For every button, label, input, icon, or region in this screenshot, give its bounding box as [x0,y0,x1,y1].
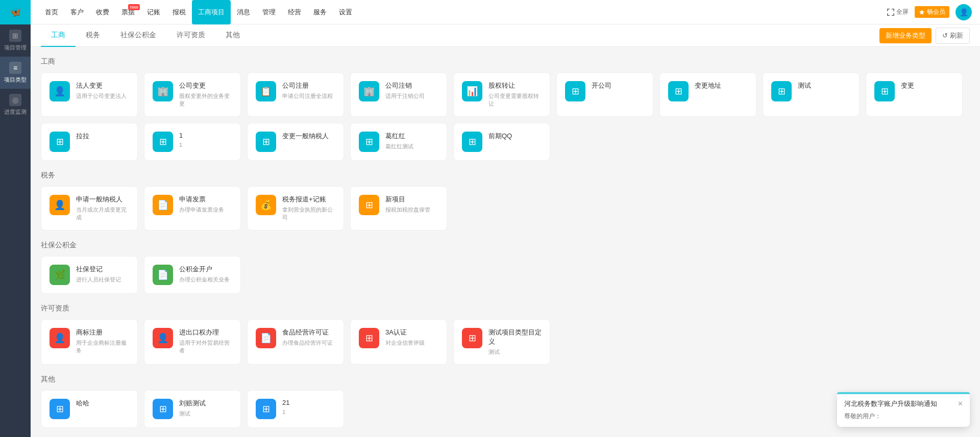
card-new-project-icon: ⊞ [359,195,379,215]
card-trademark[interactable]: 👤 商标注册 用于企业商标注册服务 [41,319,138,365]
nav-operation[interactable]: 经营 [282,0,307,24]
card-food-license-content: 食品经营许可证 办理食品经营许可证 [282,328,335,347]
subtab-social-fund-label: 社保公积金 [120,31,156,40]
card-num21[interactable]: ⊞ 21 1 [247,390,344,428]
nav-tax[interactable]: 报税 [166,0,192,24]
subtab-tax-label: 税务 [86,31,100,40]
card-food-license[interactable]: 📄 食品经营许可证 办理食品经营许可证 [247,319,344,365]
subtab-permit-label: 许可资质 [177,31,205,40]
sidebar-item-label: 项目类型 [4,76,27,84]
nav-service[interactable]: 服务 [307,0,333,24]
nav-ticket[interactable]: 票据 new [115,0,141,24]
nav-settings[interactable]: 设置 [333,0,358,24]
nav-accounting[interactable]: 记账 [141,0,166,24]
nav-industry-label: 工商项目 [198,8,225,17]
card-open-company-content: 开公司 [592,81,645,92]
card-change-taxpayer[interactable]: ⊞ 变更一般纳税人 [247,123,344,161]
card-social-register[interactable]: 🌿 社保登记 进行人员社保登记 [41,256,138,294]
sidebar-item-project-manage[interactable]: ⊞ 项目管理 [0,24,31,57]
card-num1[interactable]: ⊞ 1 1 [144,123,241,161]
card-social-register-icon: 🌿 [50,265,70,285]
card-3a-cert-title: 3A认证 [385,328,438,337]
card-fund-open[interactable]: 📄 公积金开户 办理公积金相关业务 [144,256,241,294]
subtab-social-fund[interactable]: 社保公积金 [110,24,166,47]
notification-close-button[interactable]: × [958,399,963,408]
card-social-register-content: 社保登记 进行人员社保登记 [76,265,129,284]
subtab-industry[interactable]: 工商 [41,24,76,47]
card-change-address[interactable]: ⊞ 变更地址 [659,72,756,117]
card-3a-cert[interactable]: ⊞ 3A认证 对企业信誉评级 [350,319,447,365]
card-gehonghong[interactable]: ⊞ 葛红红 葛红红测试 [350,123,447,161]
card-apply-taxpayer[interactable]: 👤 申请一般纳税人 当月或次月成变更完成 [41,186,138,230]
top-nav: 首页 客户 收费 票据 new 记账 报税 工商项目 消息 管理 经营 服务 设… [31,0,980,24]
card-lala[interactable]: ⊞ 拉拉 [41,123,138,161]
nav-customer[interactable]: 客户 [64,0,90,24]
card-company-change-desc: 股权变更外的业务变更 [179,92,232,108]
nav-accounting-label: 记账 [147,8,160,17]
nav-message[interactable]: 消息 [231,0,256,24]
card-change-address-icon: ⊞ [668,81,689,101]
project-type-icon: ≡ [9,62,21,74]
card-haha-title: 哈哈 [76,399,129,408]
subtab-permit[interactable]: 许可资质 [166,24,215,47]
subtab-tax[interactable]: 税务 [76,24,110,47]
card-fund-open-content: 公积金开户 办理公积金相关业务 [179,265,232,284]
card-change[interactable]: ⊞ 变更 [866,72,963,117]
sidebar-logo: 🦋 [0,0,31,24]
card-import-export-title: 进出口权办理 [179,328,232,337]
subtab-other[interactable]: 其他 [215,24,250,47]
fullscreen-button[interactable]: 全屏 [887,8,909,16]
card-test-type-content: 测试项目类型目定义 测试 [488,328,542,356]
card-tax-report-content: 税务报道+记账 拿到营业执照的新公司 [282,195,335,222]
card-company-register[interactable]: 📋 公司注册 申请公司注册全流程 [247,72,344,117]
card-test-icon: ⊞ [771,81,792,101]
nav-home[interactable]: 首页 [39,0,64,24]
card-liupei-test-desc: 测试 [179,410,232,418]
card-test-type[interactable]: ⊞ 测试项目类型目定义 测试 [453,319,550,365]
nav-home-label: 首页 [45,8,58,17]
card-food-license-icon: 📄 [256,328,276,348]
nav-industry[interactable]: 工商项目 [192,0,231,24]
card-3a-cert-desc: 对企业信誉评级 [385,339,438,347]
card-haha[interactable]: ⊞ 哈哈 [41,390,138,428]
card-apply-invoice[interactable]: 📄 申请发票 办理申请发票业务 [144,186,241,230]
card-legal-change[interactable]: 👤 法人变更 适用于公司变更法人 [41,72,138,117]
card-test[interactable]: ⊞ 测试 [763,72,860,117]
card-liupei-test[interactable]: ⊞ 刘赔测试 测试 [144,390,241,428]
card-front-qq[interactable]: ⊞ 前期QQ [453,123,550,161]
cards-grid-industry: 👤 法人变更 适用于公司变更法人 🏢 公司变更 股权变更外的业务变更 📋 [41,72,970,161]
member-button[interactable]: 畅会员 [915,6,949,18]
card-import-export-desc: 适用于对外贸易经营者 [179,339,232,355]
nav-customer-label: 客户 [70,8,84,17]
card-equity-transfer[interactable]: 📊 股权转让 公司变更需要股权转让 [453,72,550,117]
card-food-license-desc: 办理食品经营许可证 [282,339,335,347]
card-front-qq-content: 前期QQ [488,132,542,143]
card-new-project[interactable]: ⊞ 新项目 报税加税控盘保管 [350,186,447,230]
card-import-export-icon: 👤 [153,328,173,348]
new-type-button[interactable]: 新增业务类型 [879,28,932,43]
card-tax-report[interactable]: 💰 税务报道+记账 拿到营业执照的新公司 [247,186,344,230]
card-import-export[interactable]: 👤 进出口权办理 适用于对外贸易经营者 [144,319,241,365]
avatar-text: 👤 [960,8,968,16]
avatar[interactable]: 👤 [955,4,972,20]
sidebar-item-project-type[interactable]: ≡ 项目类型 [0,57,31,89]
nav-billing[interactable]: 收费 [90,0,115,24]
card-legal-change-content: 法人变更 适用于公司变更法人 [76,81,129,100]
card-fund-open-title: 公积金开户 [179,265,232,274]
refresh-button[interactable]: ↺ 刷新 [936,28,970,44]
card-open-company[interactable]: ⊞ 开公司 [556,72,653,117]
card-change-taxpayer-title: 变更一般纳税人 [282,132,335,141]
card-company-cancel-title: 公司注销 [385,81,438,90]
card-apply-invoice-content: 申请发票 办理申请发票业务 [179,195,232,214]
card-company-change-content: 公司变更 股权变更外的业务变更 [179,81,232,108]
sidebar-item-progress-monitor[interactable]: ◎ 进度监测 [0,89,31,121]
card-liupei-test-icon: ⊞ [153,399,173,419]
progress-monitor-icon: ◎ [9,94,21,106]
nav-manage[interactable]: 管理 [256,0,282,24]
top-nav-right: 全屏 畅会员 👤 [887,4,972,20]
card-company-cancel[interactable]: 🏢 公司注销 适用于注销公司 [350,72,447,117]
card-haha-icon: ⊞ [50,399,70,419]
card-company-change[interactable]: 🏢 公司变更 股权变更外的业务变更 [144,72,241,117]
card-company-change-title: 公司变更 [179,81,232,90]
logo-icon: 🦋 [10,7,21,18]
